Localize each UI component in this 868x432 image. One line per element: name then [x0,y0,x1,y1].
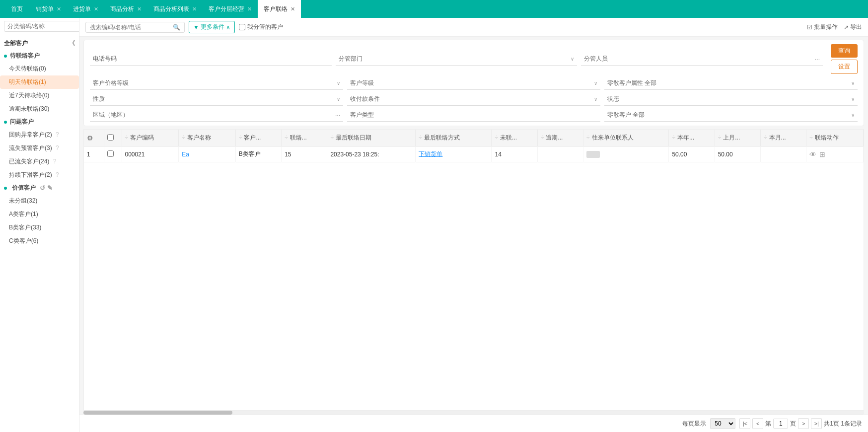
td-this-month [760,146,806,162]
more-conditions-btn[interactable]: ▼ 更多条件 ∧ [189,21,235,33]
sidebar-item-overdue[interactable]: 逾期未联络(30) [0,102,79,116]
nav-goods-analysis[interactable]: 商品分析 ✕ [104,0,147,18]
first-page-btn[interactable]: |< [739,418,750,429]
grid-icon[interactable]: ⊞ [819,150,825,158]
sidebar-item-week[interactable]: 近7天待联络(0) [0,89,79,102]
my-customers-checkbox[interactable] [239,24,245,30]
settings-icon[interactable]: ⚙ [87,134,93,142]
filter-status[interactable]: 状态 ∨ [604,93,858,106]
filter-retail-attr[interactable]: 零散客户属性 全部 ∨ [604,77,858,90]
th-this-year: ÷本年... [669,130,715,146]
sidebar-item-class-a[interactable]: A类客户(1) [0,208,79,221]
query-button[interactable]: 查询 [831,44,858,58]
prev-page-btn[interactable]: < [752,418,763,429]
th-this-month: ÷本月... [760,130,806,146]
price-chevron-icon: ∨ [337,80,340,86]
filter-payment[interactable]: 收付款条件 ∨ [347,93,600,106]
filter-payment-label: 收付款条件 [350,95,380,103]
filter-price-level[interactable]: 客户价格等级 ∨ [90,77,343,90]
sidebar-item-tomorrow[interactable]: 明天待联络(1) [0,75,79,89]
collapse-icon[interactable]: 《 [69,39,75,48]
help-icon4[interactable]: ? [56,171,59,178]
filter-retail-attr-label: 零散客户属性 全部 [607,79,656,87]
nav-customer-contact[interactable]: 客户联络 ✕ [258,0,301,18]
region-ellipsis-icon[interactable]: ··· [335,112,340,119]
related-contact-blurred [586,151,600,158]
nav-purchase[interactable]: 进货单 ✕ [67,0,104,18]
filter-row-2: 客户价格等级 ∨ 客户等级 ∨ 零散客户属性 全部 ∨ [90,77,858,90]
select-all-checkbox[interactable] [107,134,114,141]
scrollbar-thumb[interactable] [83,411,232,415]
sidebar-search-bar[interactable]: 🔍 [0,18,79,35]
sidebar-item-declining[interactable]: 持续下滑客户(2) ? [0,168,79,182]
nav-goods-list[interactable]: 商品分析列表 ✕ [147,0,203,18]
td-customer-code: 000021 [122,146,179,162]
sidebar-item-repurchase[interactable]: 回购异常客户(2) ? [0,128,79,142]
export-btn[interactable]: ↗ 导出 [844,23,862,31]
filter-region[interactable]: 区域（地区） ··· [90,109,343,122]
sidebar-item-loss-warning[interactable]: 流失预警客户(3) ? [0,142,79,155]
toolbar-search-input[interactable] [90,24,171,31]
sidebar-item-today[interactable]: 今天待联络(0) [0,62,79,75]
th-checkbox[interactable] [104,130,122,146]
td-last-contact-date: 2023-05-23 18:25: [327,146,416,162]
nav-home[interactable]: 首页 [4,0,30,18]
nav-customer-layer[interactable]: 客户分层经营 ✕ [203,0,258,18]
page-suffix: 页 [790,420,796,428]
next-page-btn[interactable]: > [798,418,809,429]
sidebar-item-class-c[interactable]: C类客户(6) [0,234,79,248]
payment-chevron-icon: ∨ [594,96,597,102]
batch-op-btn[interactable]: ☑ 批量操作 [807,23,838,31]
filter-customer-type[interactable]: 客户类型 [347,109,600,122]
filter-nature[interactable]: 性质 ∨ [90,93,343,106]
td-checkbox[interactable] [104,146,122,162]
filter-row-1: 电话号码 分管部门 ∨ 分管人员 ··· 查询 设置 [90,44,858,74]
close-goods-list-icon[interactable]: ✕ [192,6,197,12]
filter-status-label: 状态 [607,95,619,103]
filter-customer-level[interactable]: 客户等级 ∨ [347,77,600,90]
last-page-btn[interactable]: >| [811,418,822,429]
retail-chevron-icon: ∨ [851,80,855,86]
sidebar-search-input[interactable] [4,21,79,32]
refresh-icon[interactable]: ↺ [40,184,45,192]
eye-icon[interactable]: 👁 [809,150,816,158]
setting-button[interactable]: 设置 [831,60,858,74]
filter-retail-customer[interactable]: 零散客户 全部 ∨ [604,109,858,122]
sidebar-item-class-b[interactable]: B类客户(33) [0,221,79,234]
my-customers-checkbox-label[interactable]: 我分管的客户 [239,23,283,31]
td-customer-name[interactable]: Ea [179,146,236,162]
th-settings[interactable]: ⚙ [84,130,104,146]
th-last-contact-method: ÷最后联络方式 [416,130,492,146]
filter-phone-label: 电话号码 [93,55,117,63]
help-icon3[interactable]: ? [53,158,57,165]
per-page-select[interactable]: 50 100 200 [710,418,735,429]
close-sales-icon[interactable]: ✕ [57,6,61,12]
help-icon2[interactable]: ? [56,144,59,151]
customer-table: ⚙ ÷客户编码 ÷客户名称 ÷客户... ÷联络... ÷最后联络日期 ÷最后联… [84,130,864,162]
page-number-input[interactable] [773,419,788,429]
close-goods-analysis-icon[interactable]: ✕ [137,6,142,12]
sidebar-item-lost[interactable]: 已流失客户(24) ? [0,155,79,168]
edit-icon[interactable]: ✎ [47,184,53,192]
sidebar-item-ungrouped[interactable]: 未分组(32) [0,194,79,208]
th-related-contact: ÷往来单位联系人 [583,130,669,146]
close-purchase-icon[interactable]: ✕ [94,6,98,12]
contact-method-link[interactable]: 下销货单 [419,150,442,157]
filter-manager[interactable]: 分管人员 ··· [581,53,823,66]
close-customer-contact-icon[interactable]: ✕ [290,6,295,12]
help-icon[interactable]: ? [56,131,59,138]
toolbar-search-icon[interactable]: 🔍 [173,24,180,31]
section-value-customers: 价值客户 ↺ ✎ [0,182,79,194]
filter-phone[interactable]: 电话号码 [90,53,332,66]
all-customers-header[interactable]: 全部客户 《 [0,35,79,50]
td-last-contact-method[interactable]: 下销货单 [416,146,492,162]
nav-sales[interactable]: 销货单 ✕ [30,0,67,18]
manager-ellipsis-icon[interactable]: ··· [815,56,820,63]
customer-name-link[interactable]: Ea [182,151,189,158]
horizontal-scrollbar[interactable] [83,411,864,415]
close-customer-layer-icon[interactable]: ✕ [247,6,252,12]
toolbar-search-container[interactable]: 🔍 [85,22,185,33]
row-checkbox[interactable] [107,150,114,157]
filter-panel: 电话号码 分管部门 ∨ 分管人员 ··· 查询 设置 客户价格等级 [83,40,864,126]
filter-dept[interactable]: 分管部门 ∨ [336,53,578,66]
